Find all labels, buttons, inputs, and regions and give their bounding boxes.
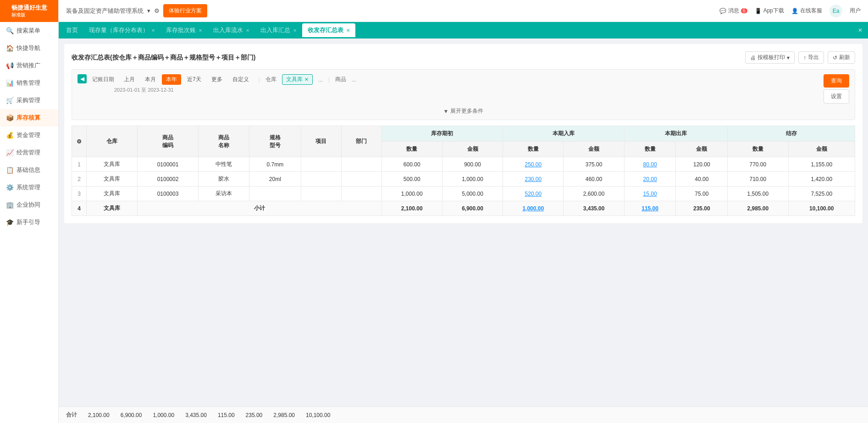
subtotal-in-qty[interactable]: 1,000.00 [503,201,564,216]
filter-divider: | [259,77,260,83]
cell-in-qty[interactable]: 230.00 [503,172,564,187]
tab-inout-summary[interactable]: 出入库汇总 ✕ [255,23,302,37]
tab-home[interactable]: 首页 [61,23,83,37]
sidebar-item-basicinfo[interactable]: 📋 基础信息 [0,161,58,179]
online-service-btn[interactable]: 👤 在线客服 [791,7,822,15]
sidebar-item-sales[interactable]: 📊 销售管理 [0,74,58,92]
export-button[interactable]: ↑ 导出 [798,51,824,64]
avatar[interactable]: Ea [829,5,842,17]
th-goods-name: 商品名称 [198,126,249,157]
sidebar-item-system[interactable]: ⚙️ 系统管理 [0,179,58,196]
cell-out-amt: 40.00 [676,172,728,187]
cell-warehouse: 文具库 [87,172,138,187]
sidebar-item-quicknav[interactable]: 🏠 快捷导航 [0,39,58,57]
dropdown-arrow-icon[interactable]: ▾ [147,7,150,14]
sidebar-item-inventory[interactable]: 📦 库存核算 [0,109,58,126]
th-out-group: 本期出库 [624,126,727,142]
sidebar-item-enterprise[interactable]: 🏢 企业协同 [0,196,58,214]
cell-department [341,172,381,187]
subtotal-closing-qty: 2,985.00 [728,201,788,216]
filter-collapse-btn[interactable]: ◀ [77,74,87,83]
cell-goods-name: 中性笔 [198,157,249,172]
query-button[interactable]: 查询 [824,74,849,88]
sidebar-item-finance[interactable]: 💰 资金管理 [0,126,58,144]
print-label: 按模板打印 [757,54,785,61]
messages-btn[interactable]: 💬 消息 6 [719,7,747,15]
messages-badge: 6 [741,8,747,13]
export-icon: ↑ [803,55,806,61]
goods-more[interactable]: ... [352,77,356,83]
cell-goods-name: 采访本 [198,187,249,201]
app-download-btn[interactable]: 📱 App下载 [755,7,784,15]
guide-icon: 🎓 [6,219,14,226]
cell-opening-qty: 500.00 [381,172,442,187]
sidebar-item-label: 库存核算 [17,114,40,122]
cell-out-qty[interactable]: 15.00 [624,187,676,201]
cell-out-qty[interactable]: 80.00 [624,157,676,172]
warehouse-label: 仓库 [265,76,276,83]
cell-in-qty[interactable]: 250.00 [503,157,564,172]
cell-goods-code: 0100002 [138,172,198,187]
cell-closing-amt: 1,420.00 [788,172,855,187]
date-btn-7days[interactable]: 近7天 [183,74,205,85]
cell-in-qty[interactable]: 520.00 [503,187,564,201]
system-title: 装备及固定资产辅助管理系统 [66,7,144,15]
tab-inout-flow-close[interactable]: ✕ [246,28,249,33]
warehouse-more[interactable]: ... [318,77,323,83]
top-header: 装备及固定资产辅助管理系统 ▾ ⚙ 体验行业方案 💬 消息 6 📱 App下载 … [59,0,868,22]
messages-label: 消息 [728,7,739,15]
sidebar-item-label: 快捷导航 [17,44,40,52]
print-dropdown-icon: ▾ [787,55,790,61]
header-right: 💬 消息 6 📱 App下载 👤 在线客服 Ea 用户 [719,5,861,17]
warehouse-tag-close[interactable]: ✕ [304,77,309,82]
tab-inout-summary-close[interactable]: ✕ [293,28,297,33]
date-btn-custom[interactable]: 自定义 [228,74,253,85]
enterprise-icon: 🏢 [6,201,14,209]
goods-label: 商品 [335,76,346,83]
print-button[interactable]: 🖨 按模板打印 ▾ [745,51,795,64]
tab-recv-send-summary[interactable]: 收发存汇总表 ✕ [302,23,355,37]
quicknav-icon: 🏠 [6,44,14,52]
cell-out-qty[interactable]: 20.00 [624,172,676,187]
tab-bar-close[interactable]: ✕ [854,27,866,33]
sidebar: 畅捷通好生意 标准版 🔍 搜索菜单 🏠 快捷导航 📢 营销推广 📊 销售管理 🛒… [0,0,59,423]
online-service-label: 在线客服 [800,7,822,15]
page-footer: 合计 2,100.00 6,900.00 1,000.00 3,435.00 1… [59,407,868,423]
sidebar-item-purchase[interactable]: 🛒 采购管理 [0,92,58,109]
service-icon: 👤 [791,8,798,14]
footer-out-amt: 235.00 [246,412,263,418]
tab-stock-dist-close[interactable]: ✕ [151,28,155,33]
tab-batch-ledger[interactable]: 库存批次账 ✕ [160,23,208,37]
setting-button[interactable]: 设置 [824,89,849,104]
sales-icon: 📊 [6,79,14,87]
tab-batch-ledger-close[interactable]: ✕ [199,28,202,33]
cell-out-amt: 75.00 [676,187,728,201]
footer-closing-qty: 2,985.00 [273,412,295,418]
cell-opening-amt: 900.00 [442,157,503,172]
col-setting-header[interactable]: ⚙ [72,126,87,157]
experience-button[interactable]: 体验行业方案 [163,4,207,17]
download-icon: 📱 [755,8,762,14]
subtotal-out-qty[interactable]: 115.00 [624,201,676,216]
footer-total: 合计 2,100.00 6,900.00 1,000.00 3,435.00 1… [66,411,330,419]
expand-button[interactable]: ▼ 展开更多条件 [443,107,484,115]
date-btn-more[interactable]: 更多 [207,74,227,85]
tab-stock-dist[interactable]: 现存量（库存分布表） ✕ [83,23,160,37]
sidebar-item-business[interactable]: 📈 经营管理 [0,144,58,161]
date-btn-this-month[interactable]: 本月 [141,74,160,85]
date-btn-this-year[interactable]: 本年 [162,74,181,85]
sidebar-item-search[interactable]: 🔍 搜索菜单 [0,22,58,39]
tab-inout-flow[interactable]: 出入库流水 ✕ [208,23,255,37]
date-btn-last-month[interactable]: 上月 [120,74,139,85]
th-closing-group: 结存 [728,126,855,142]
sidebar-item-marketing[interactable]: 📢 营销推广 [0,57,58,74]
gear-icon[interactable]: ⚙ [154,7,160,14]
refresh-button[interactable]: ↺ 刷新 [828,51,855,64]
th-opening-amt: 金额 [442,142,503,157]
sidebar-item-guide[interactable]: 🎓 新手引导 [0,214,58,231]
page-actions: 🖨 按模板打印 ▾ ↑ 导出 ↺ 刷新 [745,51,855,64]
tab-recv-send-close[interactable]: ✕ [346,28,350,33]
th-department: 部门 [341,126,381,157]
th-goods-spec: 规格型号 [249,126,301,157]
cell-closing-amt: 1,155.00 [788,157,855,172]
